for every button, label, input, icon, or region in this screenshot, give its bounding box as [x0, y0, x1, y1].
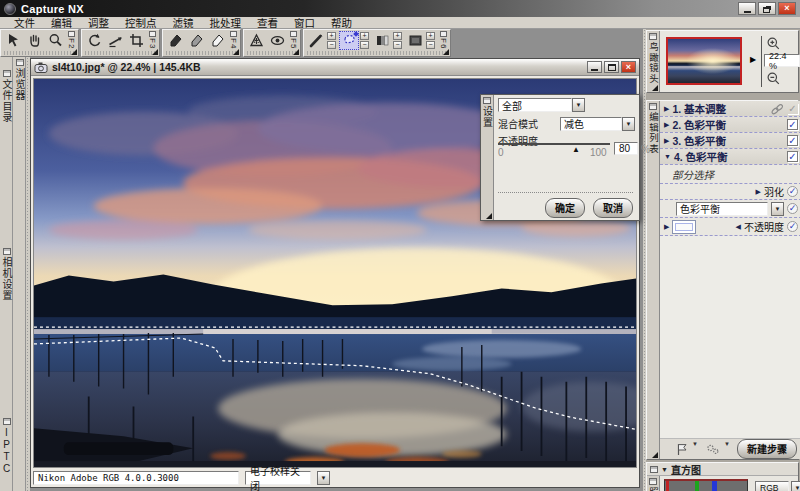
histogram-plot	[664, 479, 748, 491]
channel-dropdown-arrow[interactable]: ▼	[791, 481, 800, 491]
gradient-plus-button[interactable]: +	[393, 32, 402, 40]
feather-apply-toggle[interactable]: ✓	[787, 186, 798, 197]
zoom-slider-track[interactable]	[761, 36, 762, 87]
opacity-apply-toggle[interactable]: ✓	[787, 221, 798, 232]
app-title: Capture NX	[21, 3, 84, 15]
menu-control-points[interactable]: 控制点	[117, 15, 165, 30]
step-enabled-checkbox[interactable]: ✓	[787, 119, 798, 130]
sidebar-tab-camera-settings[interactable]: 相机设置	[0, 248, 13, 301]
lasso-plus-button[interactable]: +	[360, 32, 369, 40]
selection-brush-button[interactable]	[306, 31, 326, 50]
lasso-minus-button[interactable]: −	[360, 41, 369, 49]
red-eye-control-point-button[interactable]	[267, 31, 287, 50]
app-restore-button[interactable]	[758, 2, 776, 15]
straighten-tool-button[interactable]	[105, 31, 125, 50]
scope-dropdown-arrow[interactable]: ▼	[572, 98, 585, 112]
fill-plus-button[interactable]: +	[426, 32, 435, 40]
menu-edit[interactable]: 编辑	[43, 15, 80, 30]
menu-help[interactable]: 帮助	[323, 15, 360, 30]
blend-mode-dropdown-arrow[interactable]: ▼	[622, 117, 635, 131]
edit-step-3[interactable]: ▶ 3. 色彩平衡 ✓	[660, 133, 800, 149]
zoom-slider-handle[interactable]: ▶	[750, 55, 756, 64]
zoom-tool-button[interactable]	[45, 31, 65, 50]
gears-menu-arrow[interactable]: ▼	[724, 441, 730, 447]
rotate-tool-button[interactable]	[84, 31, 104, 50]
batch-gears-icon[interactable]	[705, 442, 721, 456]
image-window-titlebar[interactable]: sl4t10.jpg* @ 22.4% | 145.4KB ×	[31, 59, 639, 76]
new-step-button[interactable]: 新建步骤	[737, 439, 797, 459]
adjustment-apply-toggle[interactable]: ✓	[787, 203, 798, 214]
soft-proof-dropdown-arrow[interactable]: ▼	[317, 471, 330, 485]
settings-panel-strip[interactable]: 设置	[481, 95, 494, 220]
group-expand-corner[interactable]	[71, 49, 77, 55]
toolbar-panel-icon	[290, 31, 297, 37]
birdseye-thumbnail[interactable]	[666, 37, 742, 85]
ok-button[interactable]: 确定	[545, 198, 585, 218]
neutral-control-point-button[interactable]	[186, 31, 206, 50]
image-close-button[interactable]: ×	[621, 61, 636, 73]
adjustment-dropdown-arrow[interactable]: ▼	[771, 202, 784, 216]
app-minimize-button[interactable]	[738, 2, 756, 15]
hand-tool-button[interactable]	[24, 31, 44, 50]
selection-fill-button[interactable]	[405, 31, 425, 50]
black-control-point-button[interactable]	[165, 31, 185, 50]
panel-corner	[652, 85, 658, 91]
photo-info-panel-strip[interactable]: 照片信息	[647, 476, 660, 491]
histogram-spike	[666, 481, 669, 491]
histogram-header[interactable]: ▼ 直方图	[647, 463, 798, 476]
brush-minus-button[interactable]: −	[327, 41, 336, 49]
soft-proof-dropdown[interactable]: 电子校样关闭	[245, 471, 311, 485]
edit-step-4[interactable]: ▼ 4. 色彩平衡 ✓	[660, 149, 800, 165]
opacity-slider-marker[interactable]: ▲	[572, 145, 580, 154]
scope-dropdown[interactable]: 全部	[498, 98, 572, 112]
step-enabled-checkbox[interactable]: ✓	[787, 151, 798, 162]
image-maximize-button[interactable]	[604, 61, 619, 73]
gradient-minus-button[interactable]: −	[393, 41, 402, 49]
blend-mode-dropdown[interactable]: 减色	[560, 117, 622, 131]
channel-dropdown[interactable]: RGB	[755, 481, 789, 491]
menu-filter[interactable]: 滤镜	[165, 15, 202, 30]
flag-menu-arrow[interactable]: ▼	[692, 441, 698, 447]
adjustment-dropdown[interactable]: 色彩平衡	[676, 202, 768, 216]
color-control-point-button[interactable]	[246, 31, 266, 50]
opacity-row[interactable]: ▶ ◀ 不透明度 ✓	[660, 218, 800, 236]
edit-list-empty-area	[660, 236, 800, 439]
zoom-percent-field[interactable]: 22.4 %	[764, 54, 800, 67]
direct-select-tool-button[interactable]	[3, 31, 23, 50]
menu-view[interactable]: 查看	[249, 15, 286, 30]
feather-row[interactable]: ▶ 羽化 ✓	[660, 184, 800, 200]
step-enabled-checkbox[interactable]: ✓	[787, 135, 798, 146]
edit-step-2[interactable]: ▶ 2. 色彩平衡 ✓	[660, 117, 800, 133]
sidebar-inner-column: 浏览器	[13, 57, 26, 491]
group-expand-corner[interactable]	[152, 49, 158, 55]
percent-sign: %	[641, 144, 650, 155]
fill-minus-button[interactable]: −	[426, 41, 435, 49]
version-flag-icon[interactable]	[675, 442, 689, 456]
group-expand-corner[interactable]	[293, 49, 299, 55]
selection-gradient-button[interactable]	[372, 31, 392, 50]
app-close-button[interactable]: ×	[778, 2, 796, 15]
brush-plus-button[interactable]: +	[327, 32, 336, 40]
sidebar-tab-browser[interactable]: 浏览器	[13, 59, 26, 101]
edit-step-1[interactable]: ▶ 1. 基本调整 ✓	[660, 101, 800, 117]
menu-file[interactable]: 文件	[6, 15, 43, 30]
step-enabled-checkbox[interactable]: ✓	[787, 103, 798, 114]
straighten-icon	[108, 33, 123, 48]
opacity-value-field[interactable]: 80	[614, 142, 638, 155]
camera-icon	[34, 61, 48, 74]
menu-window[interactable]: 窗口	[286, 15, 323, 30]
group-expand-corner[interactable]	[443, 49, 449, 55]
menu-batch[interactable]: 批处理	[202, 15, 250, 30]
menu-adjust[interactable]: 调整	[80, 15, 117, 30]
zoom-in-icon[interactable]	[766, 36, 781, 51]
opacity-slider-track[interactable]	[498, 143, 610, 145]
cancel-button[interactable]: 取消	[593, 198, 633, 218]
birdseye-panel-strip[interactable]: 鸟瞰镜头	[647, 31, 660, 92]
white-control-point-button[interactable]	[207, 31, 227, 50]
lasso-tool-button[interactable]	[339, 31, 359, 50]
group-expand-corner[interactable]	[233, 49, 239, 55]
sidebar-tab-iptc[interactable]: IPTC	[0, 418, 13, 475]
zoom-out-icon[interactable]	[766, 71, 781, 86]
crop-tool-button[interactable]	[126, 31, 146, 50]
image-minimize-button[interactable]	[587, 61, 602, 73]
